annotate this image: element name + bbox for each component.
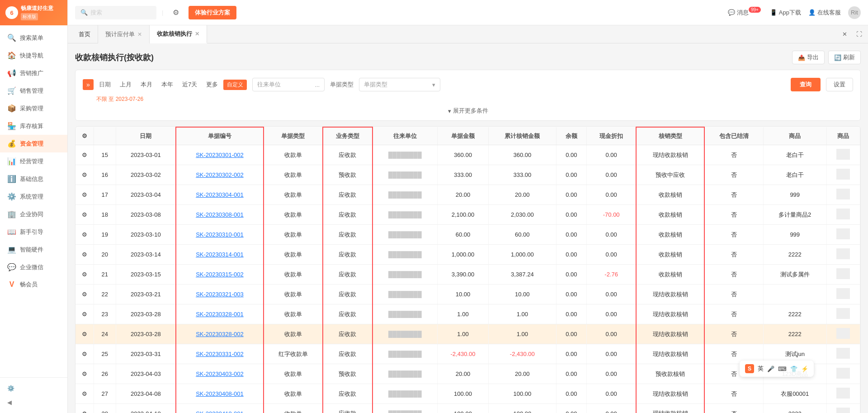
td-shangpin1: 老白干 [763,145,826,165]
td-yewuleixing: 应收款 [323,324,373,344]
td-settings[interactable]: ⚙ [75,404,94,413]
tab-home[interactable]: 首页 [71,25,98,43]
sidebar-item-marketing[interactable]: 📢 营销推广 [0,64,67,82]
filter-dots: ... [315,81,320,88]
sidebar-item-hardware[interactable]: 💻 智能硬件 [0,241,67,258]
td-settings[interactable]: ⚙ [75,205,94,225]
table-row: ⚙ 24 2023-03-28 SK-20230328-002 收款单 应收款 … [75,324,860,344]
tab-receipt-close[interactable]: ✕ [195,31,199,37]
td-settings[interactable]: ⚙ [75,185,94,205]
td-settings[interactable]: ⚙ [75,364,94,384]
sidebar-item-system[interactable]: ⚙️ 系统管理 [0,188,67,205]
tab-payable[interactable]: 预计应付单 ✕ [98,25,150,43]
export-btn[interactable]: 📤 导出 [792,51,825,64]
app-download-item[interactable]: 📱 App下载 [770,9,801,17]
date-opt-this-year[interactable]: 本年 [158,79,177,90]
th-settings[interactable]: ⚙ [75,127,94,145]
td-danjujiine: 100.00 [437,404,488,413]
partner-filter-input[interactable]: 往来单位 ... [252,78,325,91]
td-wanglaidanwei: ████████ [373,364,438,384]
filter-toggle-btn[interactable]: » [83,79,94,90]
td-settings[interactable]: ⚙ [75,384,94,404]
date-opt-this-month[interactable]: 本月 [137,79,156,90]
expand-conditions-btn[interactable]: ▾ 展开更多条件 [448,107,488,115]
td-danjuleixing: 收款单 [264,384,323,404]
td-shangpin2 [826,265,860,285]
td-yue: 0.00 [556,225,587,245]
td-settings[interactable]: ⚙ [75,304,94,324]
sidebar-item-funds[interactable]: 💰 资金管理 [0,135,67,152]
td-xianjinzhekou: 0.00 [587,145,636,165]
table-row: ⚙ 19 2023-03-10 SK-20230310-001 收款单 应收款 … [75,225,860,245]
tab-payable-close[interactable]: ✕ [137,31,142,38]
td-leijijinee: 2,030.00 [489,205,557,225]
td-yewuleixing: 应收款 [323,265,373,285]
sidebar-collapse-btn[interactable]: ◀ [0,395,67,409]
grid-icon[interactable]: ⚡ [801,366,808,372]
date-opt-7days[interactable]: 近7天 [179,79,201,90]
td-leijijinee: 1.00 [489,304,557,324]
search-placeholder: 搜索 [90,9,102,17]
td-rownum: 15 [94,145,116,165]
close-window-btn[interactable]: ✕ [839,29,850,40]
td-date: 2023-03-01 [116,145,176,165]
td-danbiannum: SK-20230321-003 [176,285,264,304]
table-row: ⚙ 17 2023-03-04 SK-20230304-001 收款单 应收款 … [75,185,860,205]
td-settings[interactable]: ⚙ [75,324,94,344]
td-settings[interactable]: ⚙ [75,285,94,304]
td-leijijinee: 100.00 [489,384,557,404]
industry-btn[interactable]: 体验行业方案 [189,6,236,19]
td-danjujiine: 20.00 [437,364,488,384]
keyboard-icon[interactable]: ⌨ [778,366,787,372]
online-service-item[interactable]: 👤 在线客服 [808,9,841,17]
search-icon: 🔍 [7,33,16,42]
sidebar-item-inventory[interactable]: 🏪 库存核算 [0,117,67,135]
receipt-type-select[interactable]: 单据类型 ▾ [359,78,440,91]
td-settings[interactable]: ⚙ [75,265,94,285]
topbar-search[interactable]: 🔍 搜索 [75,6,156,19]
refresh-btn[interactable]: 🔄 刷新 [828,51,861,64]
filter-setting-btn[interactable]: 设置 [826,78,853,91]
td-rownum: 17 [94,185,116,205]
gear-button[interactable]: ⚙ [169,5,183,20]
sidebar-item-operations[interactable]: 📊 经营管理 [0,152,67,170]
td-yue: 0.00 [556,285,587,304]
user-avatar[interactable]: Rit [848,6,861,19]
td-date: 2023-03-04 [116,185,176,205]
td-settings[interactable]: ⚙ [75,225,94,245]
sidebar-item-label: 企业微信 [20,263,43,271]
sidebar-item-member[interactable]: V 畅会员 [0,276,67,293]
sidebar-item-guide[interactable]: 📖 新手引导 [0,223,67,241]
sidebar-settings-btn[interactable]: ⚙️ [0,381,67,395]
td-settings[interactable]: ⚙ [75,165,94,185]
shirt-icon[interactable]: 👕 [790,366,797,372]
td-settings[interactable]: ⚙ [75,145,94,165]
sidebar-item-basics[interactable]: ℹ️ 基础信息 [0,170,67,188]
sidebar-item-enterprise[interactable]: 🏢 企业协同 [0,205,67,223]
td-yewuleixing: 应收款 [323,285,373,304]
td-yue: 0.00 [556,324,587,344]
maximize-window-btn[interactable]: ⛶ [854,29,864,40]
sidebar-item-search[interactable]: 🔍 搜索菜单 [0,29,67,47]
sidebar-item-sales[interactable]: 🛒 销售管理 [0,82,67,100]
td-hexiaoleixing: 收款核销 [636,205,704,225]
td-danjujiine: 10.00 [437,285,488,304]
td-settings[interactable]: ⚙ [75,344,94,364]
td-leijijinee: 20.00 [489,364,557,384]
td-wanglaidanwei: ████████ [373,245,438,265]
td-baohanjieqing: 否 [704,324,763,344]
date-opt-more[interactable]: 更多 [203,79,222,90]
mic-icon[interactable]: 🎤 [767,366,774,372]
table-row: ⚙ 22 2023-03-21 SK-20230321-003 收款单 应收款 … [75,285,860,304]
sidebar-item-purchase[interactable]: 📦 采购管理 [0,100,67,117]
td-leijijinee: -2,430.00 [489,344,557,364]
date-custom-btn[interactable]: 自定义 [223,80,247,90]
sidebar-item-shortcuts[interactable]: 🏠 快捷导航 [0,47,67,64]
td-settings[interactable]: ⚙ [75,245,94,265]
query-btn[interactable]: 查询 [791,78,821,91]
tab-receipt[interactable]: 收款核销执行 ✕ [150,25,207,43]
sidebar-item-wechat[interactable]: 💬 企业微信 [0,258,67,276]
notification-item[interactable]: 💬 消息 99+ [728,9,763,17]
td-shangpin2 [826,165,860,185]
date-opt-last-month[interactable]: 上月 [116,79,135,90]
